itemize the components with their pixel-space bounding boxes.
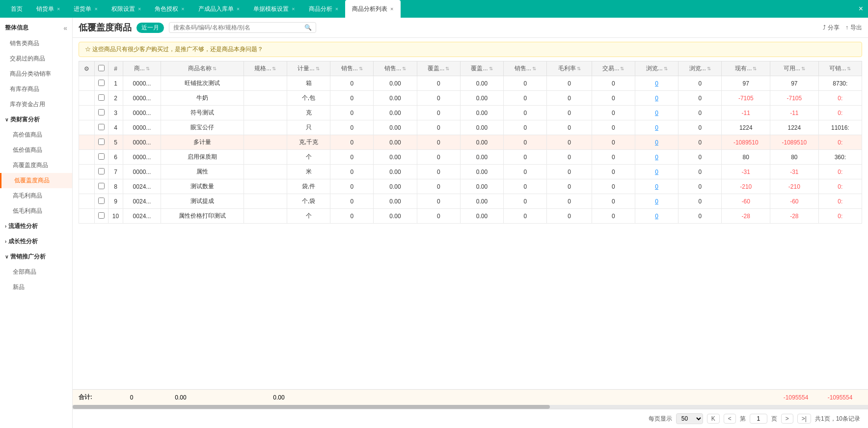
sidebar-header[interactable]: 整体信息 « bbox=[0, 20, 72, 36]
view-link[interactable]: 0 bbox=[655, 198, 658, 205]
close-icon[interactable]: × bbox=[237, 6, 240, 12]
col-gross[interactable]: 毛利率⇅ bbox=[547, 61, 592, 76]
sidebar-section-flow[interactable]: › 流通性分析 bbox=[0, 219, 72, 234]
period-button[interactable]: 近一月 bbox=[136, 23, 164, 33]
close-icon[interactable]: × bbox=[390, 6, 393, 12]
col-settings[interactable]: ⚙ bbox=[79, 61, 95, 76]
row-checkbox[interactable] bbox=[98, 153, 105, 160]
close-icon[interactable]: × bbox=[181, 6, 184, 12]
sidebar-section-growth[interactable]: › 成长性分析 bbox=[0, 234, 72, 249]
row-checkbox[interactable] bbox=[98, 183, 105, 189]
view-link[interactable]: 0 bbox=[655, 110, 658, 116]
table-cell[interactable] bbox=[95, 194, 108, 209]
col-code[interactable]: 商...⇅ bbox=[123, 61, 161, 76]
view-link[interactable]: 0 bbox=[655, 95, 658, 102]
page-size-select[interactable]: 50 100 200 bbox=[676, 413, 703, 424]
nav-tab-analysis-list[interactable]: 商品分析列表 × bbox=[345, 0, 400, 18]
table-cell[interactable]: 0 bbox=[635, 150, 678, 165]
col-trade[interactable]: 交易...⇅ bbox=[592, 61, 635, 76]
col-view2[interactable]: 浏览...⇅ bbox=[678, 61, 722, 76]
nav-tab-sales[interactable]: 销货单 × bbox=[29, 0, 67, 18]
table-cell[interactable] bbox=[95, 135, 108, 150]
next-page-button[interactable]: > bbox=[781, 414, 793, 424]
table-cell[interactable]: 0 bbox=[635, 76, 678, 91]
view-link[interactable]: 0 bbox=[655, 124, 658, 131]
close-icon[interactable]: × bbox=[138, 6, 141, 12]
sidebar-item-high-coverage[interactable]: 高覆盖度商品 bbox=[0, 158, 72, 173]
table-cell[interactable] bbox=[95, 179, 108, 194]
view-link[interactable]: 0 bbox=[655, 80, 658, 87]
row-checkbox[interactable] bbox=[98, 212, 105, 219]
table-cell[interactable]: 0 bbox=[635, 179, 678, 194]
view-link[interactable]: 0 bbox=[655, 169, 658, 175]
nav-tab-home[interactable]: 首页 bbox=[4, 0, 29, 18]
table-cell[interactable]: 0 bbox=[635, 106, 678, 120]
col-sales3[interactable]: 销售...⇅ bbox=[504, 61, 547, 76]
last-page-button[interactable]: >| bbox=[797, 414, 811, 424]
col-spec[interactable]: 规格...⇅ bbox=[244, 61, 287, 76]
close-icon[interactable]: × bbox=[94, 6, 97, 12]
col-avail[interactable]: 可用...⇅ bbox=[770, 61, 819, 76]
sidebar-item-traded-goods[interactable]: 交易过的商品 bbox=[0, 51, 72, 66]
table-cell[interactable] bbox=[95, 209, 108, 224]
view-link[interactable]: 0 bbox=[655, 139, 658, 146]
table-cell[interactable]: 0 bbox=[635, 91, 678, 106]
nav-tab-template[interactable]: 单据模板设置 × bbox=[246, 0, 301, 18]
sidebar-item-stock-capital[interactable]: 库存资金占用 bbox=[0, 97, 72, 112]
sidebar-item-new-goods[interactable]: 新品 bbox=[0, 280, 72, 295]
table-cell[interactable]: 0 bbox=[635, 165, 678, 179]
nav-tab-purchase[interactable]: 进货单 × bbox=[67, 0, 104, 18]
table-cell[interactable] bbox=[95, 120, 108, 135]
select-all-checkbox[interactable] bbox=[98, 65, 105, 71]
table-cell[interactable]: 0 bbox=[635, 209, 678, 224]
collapse-icon[interactable]: « bbox=[63, 24, 67, 32]
sidebar-item-category-rate[interactable]: 商品分类动销率 bbox=[0, 66, 72, 82]
table-cell[interactable] bbox=[95, 76, 108, 91]
table-cell[interactable]: 0 bbox=[635, 194, 678, 209]
col-view1[interactable]: 浏览...⇅ bbox=[635, 61, 678, 76]
nav-tab-analysis[interactable]: 商品分析 × bbox=[302, 0, 345, 18]
nav-tab-products[interactable]: 产成品入库单 × bbox=[191, 0, 246, 18]
row-checkbox[interactable] bbox=[98, 139, 105, 145]
row-checkbox[interactable] bbox=[98, 109, 105, 115]
nav-tab-roles[interactable]: 角色授权 × bbox=[148, 0, 191, 18]
table-cell[interactable]: 0 bbox=[635, 120, 678, 135]
share-button[interactable]: ⤴ 分享 bbox=[823, 24, 840, 32]
row-checkbox[interactable] bbox=[98, 124, 105, 130]
table-cell[interactable] bbox=[95, 150, 108, 165]
close-icon[interactable]: × bbox=[57, 6, 60, 12]
col-sales-amt[interactable]: 销售...⇅ bbox=[374, 61, 417, 76]
sidebar-section-marketing[interactable]: ∨ 营销推广分析 bbox=[0, 249, 72, 264]
table-cell[interactable] bbox=[95, 91, 108, 106]
col-unit[interactable]: 计量...⇅ bbox=[287, 61, 330, 76]
sidebar-item-high-value[interactable]: 高价值商品 bbox=[0, 127, 72, 143]
col-cover2[interactable]: 覆盖...⇅ bbox=[460, 61, 503, 76]
view-link[interactable]: 0 bbox=[655, 183, 658, 190]
row-checkbox[interactable] bbox=[98, 168, 105, 174]
close-icon[interactable]: × bbox=[335, 6, 338, 12]
sidebar-item-high-margin[interactable]: 高毛利商品 bbox=[0, 188, 72, 203]
row-checkbox[interactable] bbox=[98, 94, 105, 101]
sidebar-item-all-goods[interactable]: 全部商品 bbox=[0, 264, 72, 280]
row-checkbox[interactable] bbox=[98, 198, 105, 204]
col-checkbox[interactable] bbox=[95, 61, 108, 76]
table-cell[interactable] bbox=[95, 106, 108, 120]
export-button[interactable]: ↑ 导出 bbox=[845, 24, 862, 32]
col-sales-qty[interactable]: 销售...⇅ bbox=[330, 61, 374, 76]
prev-page-button[interactable]: < bbox=[724, 414, 736, 424]
table-cell[interactable] bbox=[95, 165, 108, 179]
row-checkbox[interactable] bbox=[98, 80, 105, 86]
nav-tab-perms[interactable]: 权限设置 × bbox=[105, 0, 148, 18]
table-cell[interactable]: 0 bbox=[635, 135, 678, 150]
sidebar-item-low-margin[interactable]: 低毛利商品 bbox=[0, 203, 72, 219]
sidebar-section-wealth[interactable]: ∨ 类财富分析 bbox=[0, 112, 72, 127]
col-stock[interactable]: 现有...⇅ bbox=[722, 61, 770, 76]
sidebar-item-sales-goods[interactable]: 销售类商品 bbox=[0, 36, 72, 51]
sidebar-item-stock-goods[interactable]: 有库存商品 bbox=[0, 82, 72, 97]
col-cover1[interactable]: 覆盖...⇅ bbox=[417, 61, 460, 76]
col-sellable[interactable]: 可销...⇅ bbox=[818, 61, 862, 76]
search-icon[interactable]: 🔍 bbox=[304, 24, 312, 31]
view-link[interactable]: 0 bbox=[655, 213, 658, 220]
sidebar-item-low-value[interactable]: 低价值商品 bbox=[0, 143, 72, 158]
search-input[interactable] bbox=[173, 24, 304, 31]
